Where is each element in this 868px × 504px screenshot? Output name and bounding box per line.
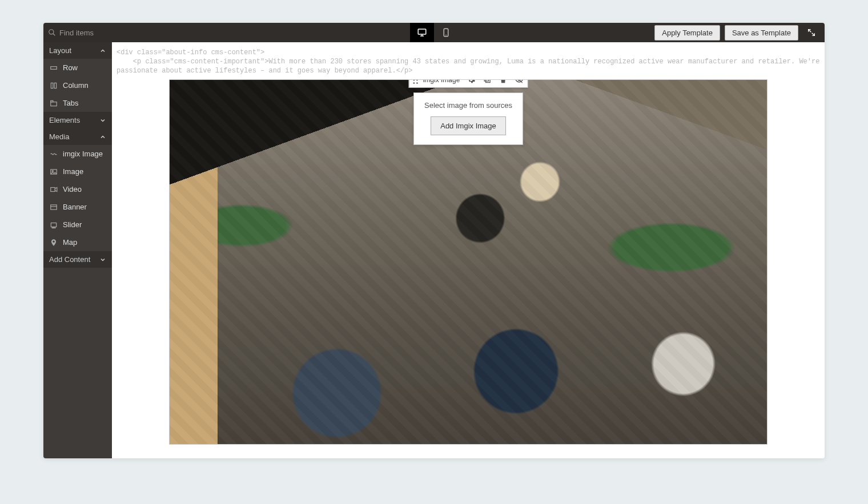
panel-elements-header[interactable]: Elements (43, 112, 112, 128)
column-icon (49, 82, 58, 90)
delete-button[interactable] (495, 79, 511, 87)
drag-handle[interactable] (409, 79, 422, 87)
sidebar-item-label: Row (63, 63, 78, 72)
chevron-down-icon (99, 256, 106, 263)
duplicate-button[interactable] (479, 79, 495, 87)
svg-rect-29 (484, 79, 489, 82)
sidebar-item-label: Column (63, 81, 89, 90)
sidebar-item-label: Slider (63, 220, 82, 229)
svg-rect-10 (51, 102, 57, 106)
panel-title: Add Content (49, 255, 90, 264)
search-input[interactable] (59, 29, 128, 37)
chevron-down-icon (99, 117, 106, 124)
sidebar-item-banner[interactable]: Banner (43, 198, 112, 216)
canvas: <div class="about-info cms-content"> <p … (112, 42, 825, 458)
row-icon (49, 64, 58, 72)
topbar: Apply Template Save as Template (43, 23, 825, 42)
sidebar-item-map[interactable]: Map (43, 233, 112, 251)
svg-line-1 (53, 34, 55, 36)
search-wrap (48, 29, 128, 37)
device-toggle (410, 23, 458, 42)
sidebar-item-slider[interactable]: Slider (43, 216, 112, 233)
element-toolbar: imgix Image (409, 79, 528, 88)
settings-button[interactable] (463, 79, 479, 87)
svg-point-24 (413, 79, 415, 80)
banner-icon (49, 203, 58, 211)
save-template-button[interactable]: Save as Template (725, 25, 798, 41)
svg-marker-15 (55, 187, 57, 191)
sidebar-item-video[interactable]: Video (43, 180, 112, 198)
add-imgix-image-button[interactable]: Add Imgix Image (431, 116, 506, 135)
sidebar-item-label: Banner (63, 203, 87, 211)
svg-point-13 (52, 170, 53, 171)
page-builder-app: Apply Template Save as Template Layout R… (43, 23, 825, 458)
sidebar-item-image[interactable]: Image (43, 163, 112, 180)
sidebar-item-label: Video (63, 185, 82, 193)
sidebar-item-row[interactable]: Row (43, 59, 112, 76)
slider-icon (49, 221, 58, 229)
svg-point-25 (416, 79, 418, 80)
svg-point-19 (52, 227, 53, 228)
topbar-actions: Apply Template Save as Template (654, 24, 820, 41)
search-icon (48, 29, 56, 37)
imgix-icon (49, 150, 58, 158)
desktop-icon (417, 27, 427, 38)
panel-title: Elements (49, 116, 80, 124)
apply-template-button[interactable]: Apply Template (654, 25, 720, 41)
svg-rect-9 (54, 83, 57, 88)
imgix-image-element[interactable]: imgix Image (169, 79, 767, 445)
sidebar: Layout Row Column Tabs Elements Media (43, 42, 112, 458)
sidebar-item-tabs[interactable]: Tabs (43, 94, 112, 112)
fullscreen-button[interactable] (803, 24, 820, 41)
svg-rect-2 (418, 29, 426, 34)
svg-rect-7 (51, 66, 57, 69)
popup-text: Select image from sources (424, 101, 512, 110)
sidebar-item-imgix-image[interactable]: imgix Image (43, 145, 112, 163)
trash-icon (499, 79, 508, 84)
svg-rect-16 (51, 204, 57, 209)
video-icon (49, 186, 58, 193)
panel-layout-header[interactable]: Layout (43, 42, 112, 59)
device-mobile-button[interactable] (434, 23, 458, 42)
sidebar-item-label: imgix Image (63, 150, 103, 158)
chevron-up-icon (99, 134, 106, 140)
element-label: imgix Image (422, 79, 464, 84)
panel-title: Layout (49, 46, 71, 55)
svg-rect-11 (51, 100, 53, 102)
stage-wrap: imgix Image (112, 79, 825, 445)
svg-point-27 (416, 82, 418, 84)
sidebar-item-label: Image (63, 167, 83, 176)
svg-point-0 (49, 30, 54, 34)
svg-rect-8 (51, 83, 53, 88)
sidebar-item-label: Tabs (63, 99, 78, 107)
main: Layout Row Column Tabs Elements Media (43, 42, 825, 458)
copy-icon (483, 79, 492, 84)
svg-point-21 (55, 227, 55, 228)
gear-icon (467, 79, 476, 84)
panel-media-header[interactable]: Media (43, 128, 112, 145)
image-source-popup: Select image from sources Add Imgix Imag… (413, 92, 523, 145)
eye-off-icon (515, 79, 524, 84)
sidebar-item-label: Map (63, 238, 77, 247)
svg-rect-14 (51, 187, 55, 191)
device-desktop-button[interactable] (410, 23, 434, 42)
image-icon (49, 168, 58, 176)
svg-rect-18 (51, 223, 56, 227)
panel-addcontent-header[interactable]: Add Content (43, 251, 112, 268)
grip-icon (409, 79, 422, 86)
fullscreen-icon (807, 28, 816, 37)
svg-point-26 (413, 82, 415, 84)
mobile-icon (441, 27, 451, 38)
hide-button[interactable] (511, 79, 527, 87)
chevron-up-icon (99, 47, 106, 54)
svg-point-20 (53, 227, 54, 228)
panel-title: Media (49, 132, 69, 141)
map-pin-icon (49, 239, 58, 247)
tabs-icon (49, 99, 58, 107)
code-preview: <div class="about-info cms-content"> <p … (112, 42, 825, 79)
sidebar-item-column[interactable]: Column (43, 76, 112, 94)
